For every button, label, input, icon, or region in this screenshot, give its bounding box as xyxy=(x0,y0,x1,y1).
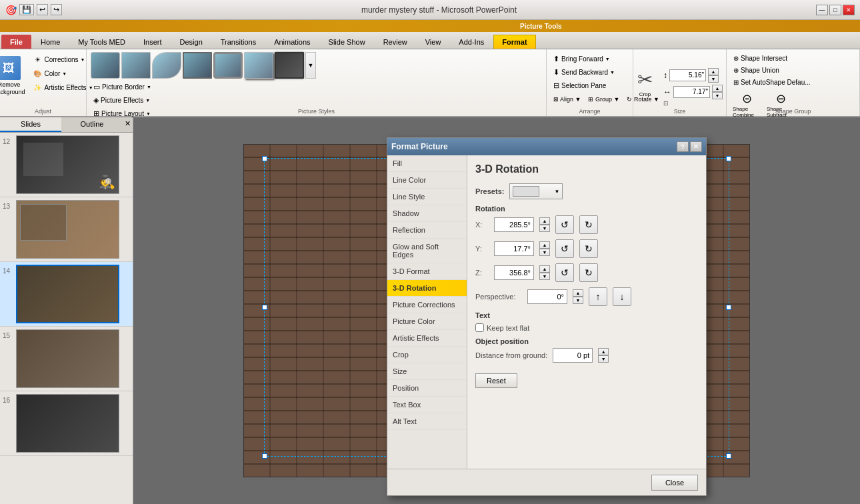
color-button[interactable]: 🎨 Color ▼ xyxy=(30,67,95,79)
y-rotate-left-button[interactable]: ↺ xyxy=(555,239,574,258)
shape-combine-button[interactable]: ⊝ Shape Combine xyxy=(731,89,763,120)
y-rotate-right-button[interactable]: ↻ xyxy=(579,239,598,258)
style-thumb-5[interactable] xyxy=(213,52,243,79)
style-thumb-3[interactable] xyxy=(152,52,181,79)
y-down[interactable]: ▼ xyxy=(539,249,550,256)
dialog-close-x-button[interactable]: ✕ xyxy=(690,141,702,152)
slides-tab[interactable]: Slides xyxy=(0,117,61,132)
x-rotate-right-button[interactable]: ↻ xyxy=(579,215,598,234)
tab-animations[interactable]: Animations xyxy=(265,35,319,49)
nav-alt-text[interactable]: Alt Text xyxy=(387,413,467,430)
slide-thumb-15[interactable]: 15 xyxy=(0,327,133,391)
style-thumb-2[interactable] xyxy=(121,52,151,79)
tab-mytools[interactable]: My Tools MED xyxy=(69,35,134,49)
remove-background-button[interactable]: 🖼 Remove Background xyxy=(0,52,27,100)
tab-format[interactable]: Format xyxy=(493,35,535,49)
nav-fill[interactable]: Fill xyxy=(387,155,467,172)
nav-shadow[interactable]: Shadow xyxy=(387,205,467,222)
tab-home[interactable]: Home xyxy=(32,35,69,49)
quick-save[interactable]: 💾 xyxy=(19,4,34,15)
minimize-button[interactable]: — xyxy=(816,5,828,15)
perspective-up-btn[interactable]: ↑ xyxy=(589,287,607,306)
set-autoshape-button[interactable]: ⊞ Set AutoShape Defau... xyxy=(731,77,855,87)
close-button[interactable]: ✕ xyxy=(843,5,855,15)
tab-view[interactable]: View xyxy=(417,35,450,49)
distance-up[interactable]: ▲ xyxy=(598,348,609,355)
perspective-down[interactable]: ▼ xyxy=(573,297,583,304)
style-thumb-6[interactable] xyxy=(244,52,273,79)
nav-line-color[interactable]: Line Color xyxy=(387,172,467,189)
perspective-up[interactable]: ▲ xyxy=(573,289,583,297)
align-button[interactable]: ⊠ Align ▼ xyxy=(551,95,583,104)
height-down[interactable]: ▼ xyxy=(708,75,719,83)
bring-forward-button[interactable]: ⬆ Bring Forward ▼ xyxy=(551,53,629,65)
slide-thumb-13[interactable]: 13 xyxy=(0,197,133,262)
nav-3d-rotation[interactable]: 3-D Rotation xyxy=(387,280,467,297)
dialog-help-button[interactable]: ? xyxy=(677,141,689,152)
z-up[interactable]: ▲ xyxy=(539,265,550,273)
x-up[interactable]: ▲ xyxy=(539,217,550,225)
tab-design[interactable]: Design xyxy=(171,35,211,49)
nav-position[interactable]: Position xyxy=(387,380,467,397)
quick-redo[interactable]: ↪ xyxy=(51,4,62,15)
style-thumb-1[interactable] xyxy=(91,52,120,79)
nav-crop[interactable]: Crop xyxy=(387,347,467,363)
tab-transitions[interactable]: Transitions xyxy=(212,35,265,49)
height-input[interactable] xyxy=(669,69,706,81)
picture-border-button[interactable]: ▭ Picture Border ▼ xyxy=(91,81,542,93)
nav-reflection[interactable]: Reflection xyxy=(387,222,467,239)
presets-dropdown[interactable]: ▼ xyxy=(509,183,563,199)
shape-union-button[interactable]: ⊕ Shape Union xyxy=(731,65,855,75)
perspective-down-btn[interactable]: ↓ xyxy=(613,287,631,306)
nav-artistic-effects[interactable]: Artistic Effects xyxy=(387,330,467,347)
quick-undo[interactable]: ↩ xyxy=(37,4,48,15)
size-expand-icon[interactable]: ⊡ xyxy=(663,100,669,107)
outline-tab[interactable]: Outline xyxy=(61,117,123,132)
tab-insert[interactable]: Insert xyxy=(135,35,171,49)
distance-down[interactable]: ▼ xyxy=(598,355,609,363)
nav-size[interactable]: Size xyxy=(387,363,467,380)
nav-picture-corrections[interactable]: Picture Corrections xyxy=(387,297,467,313)
slide-thumb-14[interactable]: 14 xyxy=(0,262,133,327)
x-rotation-input[interactable] xyxy=(494,217,534,232)
close-panel-button[interactable]: ✕ xyxy=(123,117,133,132)
style-thumb-4[interactable] xyxy=(183,52,212,79)
tab-slideshow[interactable]: Slide Show xyxy=(320,35,374,49)
shape-intersect-button[interactable]: ⊗ Shape Intersect xyxy=(731,53,855,63)
nav-3d-format[interactable]: 3-D Format xyxy=(387,263,467,280)
nav-line-style[interactable]: Line Style xyxy=(387,189,467,205)
style-thumb-7[interactable] xyxy=(275,52,304,79)
width-input[interactable] xyxy=(673,86,710,98)
selection-pane-button[interactable]: ⊟ Selection Pane xyxy=(551,80,629,91)
width-up[interactable]: ▲ xyxy=(712,85,723,92)
perspective-input[interactable] xyxy=(527,289,567,304)
distance-input[interactable] xyxy=(553,348,593,363)
x-rotate-left-button[interactable]: ↺ xyxy=(555,215,574,234)
shape-subtract-button[interactable]: ⊖ Shape Subtract xyxy=(765,89,797,120)
tab-addins[interactable]: Add-Ins xyxy=(450,35,493,49)
tab-review[interactable]: Review xyxy=(375,35,416,49)
width-down[interactable]: ▼ xyxy=(712,92,723,99)
z-rotate-right-button[interactable]: ↻ xyxy=(579,263,598,282)
maximize-button[interactable]: □ xyxy=(829,5,841,15)
z-rotate-left-button[interactable]: ↺ xyxy=(555,263,574,282)
x-down[interactable]: ▼ xyxy=(539,225,550,232)
reset-button[interactable]: Reset xyxy=(475,373,517,388)
nav-text-box[interactable]: Text Box xyxy=(387,397,467,413)
styles-dropdown-button[interactable]: ▼ xyxy=(305,52,316,79)
group-button[interactable]: ⊞ Group ▼ xyxy=(585,95,622,104)
y-rotation-input[interactable] xyxy=(494,241,534,256)
corrections-button[interactable]: ☀ Corrections ▼ xyxy=(30,53,95,65)
nav-picture-color[interactable]: Picture Color xyxy=(387,313,467,330)
z-rotation-input[interactable] xyxy=(494,265,534,280)
picture-effects-button[interactable]: ◈ Picture Effects ▼ xyxy=(91,95,542,106)
tab-file[interactable]: File xyxy=(1,35,31,49)
keep-text-flat-checkbox[interactable] xyxy=(475,323,484,332)
z-down[interactable]: ▼ xyxy=(539,273,550,280)
height-up[interactable]: ▲ xyxy=(708,68,719,75)
nav-glow-soft[interactable]: Glow and Soft Edges xyxy=(387,239,467,263)
close-button[interactable]: Close xyxy=(651,475,698,491)
send-backward-button[interactable]: ⬇ Send Backward ▼ xyxy=(551,67,629,78)
crop-button[interactable]: ✂ Crop xyxy=(637,59,653,107)
slide-thumb-16[interactable]: 16 xyxy=(0,391,133,456)
